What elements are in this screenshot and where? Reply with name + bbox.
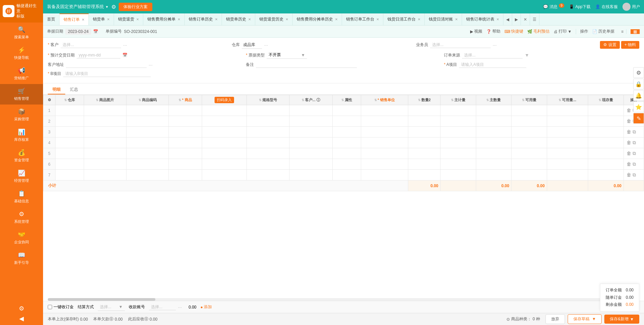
address-more-btn[interactable]: ··· — [149, 62, 153, 68]
tab-sales-invoice[interactable]: 销货单 ✕ — [89, 13, 114, 25]
tab-order-workbench[interactable]: 销售订单工作台 ✕ — [342, 13, 383, 25]
right-panel-btn-4[interactable]: ⭐ — [633, 101, 644, 112]
row-delete-btn[interactable]: 🗑 — [626, 128, 632, 135]
tab-nav-next[interactable]: ▶ — [512, 13, 521, 25]
app-download-item[interactable]: 📱 App下载 — [569, 4, 591, 10]
sidebar-item-quick-nav[interactable]: ⚡ 快捷导航 — [0, 43, 43, 64]
tab-nav-close[interactable]: ✕ — [521, 13, 530, 25]
save-new-dropdown[interactable]: ▼ — [630, 317, 634, 322]
row-copy-btn[interactable]: ⧉ — [632, 128, 637, 135]
order-source-dropdown[interactable]: ▼ — [525, 52, 529, 58]
row-copy-btn[interactable]: ⧉ — [632, 150, 637, 157]
sidebar-item-operation[interactable]: 📈 经营管理 — [0, 166, 43, 187]
b-project-input[interactable] — [63, 71, 151, 77]
tab-daily-clear-reconcile[interactable]: 钱货日清对账 ✕ — [425, 13, 462, 25]
profit-btn[interactable]: 🌿 毛利预估 — [527, 29, 550, 34]
tab-close-icon[interactable]: ✕ — [178, 17, 180, 21]
right-panel-btn-5[interactable]: ✎ — [633, 113, 644, 124]
calendar-icon-2[interactable]: 📅 — [122, 53, 127, 57]
sidebar-item-inventory[interactable]: 📊 库存核算 — [0, 125, 43, 146]
tab-sales-order-history[interactable]: 销售订单历史 ✕ — [185, 13, 222, 25]
row-delete-btn[interactable]: 🗑 — [626, 161, 632, 167]
tab-close-icon[interactable]: ✕ — [455, 17, 458, 21]
tab-close-icon[interactable]: ✕ — [136, 17, 139, 21]
one-click-checkbox[interactable] — [48, 305, 52, 309]
tab-home[interactable]: 首页 — [43, 13, 60, 25]
col-scan[interactable]: 扫码录入 — [202, 95, 247, 105]
row-delete-btn[interactable]: 🗑 — [626, 150, 632, 157]
customer-more-btn[interactable]: ··· — [123, 42, 127, 48]
system-settings-icon[interactable]: ⚙ — [111, 4, 116, 10]
address-input[interactable] — [66, 62, 147, 68]
staff-more-btn[interactable]: ··· — [493, 42, 497, 48]
col-settings[interactable]: ⚙ — [43, 95, 55, 105]
sidebar-item-search[interactable]: 🔍 搜索菜单 — [0, 23, 43, 43]
save-new-btn[interactable]: 保存&新增 ▼ — [604, 315, 639, 324]
invoice-type-select-wrap[interactable]: 不开票 ▼ — [267, 51, 307, 59]
settings-btn[interactable]: ⚙ 设置 — [600, 41, 619, 49]
row-copy-btn[interactable]: ⧉ — [632, 161, 637, 168]
tab-return-history[interactable]: 销货退货历史 ✕ — [255, 13, 293, 25]
online-service-item[interactable]: 👤 在线客服 — [595, 4, 618, 10]
right-panel-btn-2[interactable]: 🔒 — [633, 79, 644, 89]
tab-close-icon[interactable]: ✕ — [286, 17, 288, 21]
tab-nav-prev[interactable]: ◀ — [503, 13, 512, 25]
row-delete-btn[interactable]: 🗑 — [626, 171, 632, 178]
sidebar-item-marketing[interactable]: 📢 营销推广 — [0, 64, 43, 84]
system-title-dropdown[interactable]: 装备及固定资产辅助管理系统 ▼ — [47, 4, 109, 10]
sidebar-item-basic-info[interactable]: 📋 基础信息 — [0, 187, 43, 207]
scrollbar-thumb[interactable] — [48, 298, 155, 301]
history-btn[interactable]: 📄 历史单据 — [592, 29, 614, 34]
tab-close-icon[interactable]: ✕ — [215, 17, 218, 21]
delivery-date-input[interactable] — [77, 52, 120, 58]
sidebar-item-finance[interactable]: 💰 资金管理 — [0, 146, 43, 166]
view-toggle-grid[interactable]: ▦ — [631, 29, 640, 34]
row-delete-btn[interactable]: 🗑 — [626, 139, 632, 146]
horizontal-scrollbar[interactable] — [48, 298, 639, 301]
add-btn[interactable]: ● 添加 — [200, 304, 212, 310]
tab-close-icon[interactable]: ✕ — [496, 17, 499, 21]
tab-invoice-history[interactable]: 销货单历史 ✕ — [222, 13, 255, 25]
row-copy-btn[interactable]: ⧉ — [632, 139, 637, 146]
tab-sales-stats[interactable]: 销售订单统计表 ✕ — [462, 13, 503, 25]
sidebar-settings-btn[interactable]: ⚙ — [19, 305, 24, 312]
calendar-icon[interactable]: 📅 — [93, 29, 98, 34]
tab-close-icon[interactable]: ✕ — [335, 17, 338, 21]
payment-method-select[interactable]: 选择... ▼ — [98, 303, 125, 311]
discard-btn[interactable]: 放弃 — [545, 314, 565, 324]
tab-close-icon[interactable]: ✕ — [376, 17, 379, 21]
scan-btn[interactable]: 扫码录入 — [215, 97, 234, 103]
tab-summary[interactable]: 汇总 — [65, 85, 83, 94]
save-draft-dropdown[interactable]: ▼ — [592, 317, 596, 321]
add-material-btn[interactable]: + 物料 — [621, 41, 639, 49]
tab-nav-menu[interactable]: ☰ — [530, 13, 539, 25]
operation-btn[interactable]: 操作 — [580, 29, 588, 34]
shortcut-btn[interactable]: ⌨ 快捷键 — [504, 29, 523, 34]
notification-item[interactable]: 💬 消息 9 — [543, 4, 564, 10]
tab-detail[interactable]: 明细 — [48, 85, 65, 94]
view-toggle-list[interactable]: ≡ — [618, 29, 627, 34]
warehouse-more-btn[interactable]: ··· — [264, 42, 268, 48]
sidebar-item-sales[interactable]: 🛒 销售管理 — [0, 84, 43, 105]
row-copy-btn[interactable]: ⧉ — [632, 171, 637, 178]
tab-close-icon[interactable]: ✕ — [107, 17, 110, 21]
customer-input[interactable] — [61, 42, 121, 48]
tab-daily-clear-workbench[interactable]: 钱货日清工作台 ✕ — [383, 13, 425, 25]
note-input[interactable] — [256, 62, 357, 68]
right-panel-btn-3[interactable]: 🔔 — [633, 90, 644, 101]
sidebar-collapse-btn[interactable]: ◀ — [19, 315, 24, 322]
row-delete-btn[interactable]: 🗑 — [626, 118, 632, 124]
account-more-btn[interactable]: ··· — [178, 304, 182, 310]
a-project-input[interactable] — [459, 62, 526, 68]
order-source-input[interactable] — [462, 52, 523, 58]
right-panel-btn-1[interactable]: ⚙ — [633, 67, 644, 78]
tab-expense-history[interactable]: 销售费用分摊单历史 ✕ — [293, 13, 342, 25]
row-delete-btn[interactable]: 🗑 — [626, 107, 632, 114]
tab-close-icon[interactable]: ✕ — [248, 17, 251, 21]
sidebar-item-purchase[interactable]: 📦 采购管理 — [0, 105, 43, 125]
user-item[interactable]: 用户 — [622, 3, 640, 11]
industry-solution-btn[interactable]: 体验行业方案 — [119, 3, 152, 11]
tab-close-icon[interactable]: ✕ — [418, 17, 420, 21]
tab-close-icon[interactable]: ✕ — [82, 18, 84, 22]
tab-sales-expense[interactable]: 销售费用分摊单 ✕ — [143, 13, 185, 25]
